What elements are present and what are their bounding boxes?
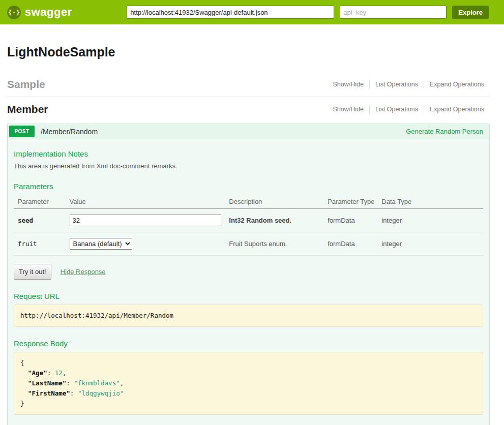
param-description: Fruit Suports enum. (225, 232, 323, 256)
parameters-table: Parameter Value Description Parameter Ty… (14, 195, 483, 256)
operation-member-random: POST /Member/Random Generate Random Pers… (7, 124, 490, 425)
implementation-notes-text: This area is generated from Xml doc-comm… (14, 162, 483, 170)
hide-response-link[interactable]: Hide Response (61, 268, 106, 276)
col-header-description: Description (225, 195, 323, 209)
api-url-input[interactable] (127, 6, 334, 19)
param-data-type: integer (377, 209, 483, 232)
link-item: List Operations (369, 80, 424, 88)
implementation-notes-title: Implementation Notes (14, 149, 483, 158)
link-item: Show/Hide (327, 80, 369, 88)
expand-operations-link[interactable]: Expand Operations (430, 106, 484, 113)
parameters-title: Parameters (14, 182, 483, 191)
expand-operations-link[interactable]: Expand Operations (430, 81, 484, 88)
param-name: seed (14, 209, 66, 232)
resource-links-sample: Show/Hide List Operations Expand Operati… (327, 80, 490, 88)
col-header-parameter-type: Parameter Type (323, 195, 377, 209)
show-hide-link[interactable]: Show/Hide (333, 106, 363, 113)
link-item: Show/Hide (327, 105, 369, 113)
col-header-value: Value (66, 195, 225, 209)
resource-title-sample[interactable]: Sample (7, 78, 45, 90)
fruit-value-select[interactable]: Banana (default) (70, 238, 132, 250)
operation-heading[interactable]: POST /Member/Random Generate Random Pers… (8, 124, 489, 139)
resource-row-sample: Sample Show/Hide List Operations Expand … (7, 74, 490, 94)
param-name: fruit (14, 232, 66, 256)
request-url-title: Request URL (14, 292, 483, 300)
api-key-input[interactable] (340, 6, 447, 19)
operation-content: Implementation Notes This area is genera… (8, 139, 489, 425)
resource-links-member: Show/Hide List Operations Expand Operati… (327, 105, 490, 113)
top-bar: {·} swagger Explore (0, 0, 504, 24)
link-item: List Operations (369, 105, 424, 113)
operation-path-link[interactable]: /Member/Random (41, 128, 98, 136)
param-type: formData (323, 232, 377, 256)
parameters-header-row: Parameter Value Description Parameter Ty… (14, 195, 483, 209)
col-header-data-type: Data Type (377, 195, 483, 209)
list-operations-link[interactable]: List Operations (375, 81, 418, 88)
param-row-seed: seed Int32 Random seed. formData integer (14, 209, 483, 232)
section-divider (7, 97, 490, 97)
list-operations-link[interactable]: List Operations (375, 106, 418, 113)
explore-button[interactable]: Explore (452, 6, 489, 19)
request-url-code: http://localhost:41932/api/Member/Random (14, 305, 483, 327)
response-body-title: Response Body (14, 339, 483, 348)
resource-row-member: Member Show/Hide List Operations Expand … (7, 99, 490, 119)
main-content: LightNodeSample Sample Show/Hide List Op… (0, 45, 504, 425)
param-row-fruit: fruit Banana (default) Fruit Suports enu… (14, 232, 483, 256)
sandbox-footer: Try it out! Hide Response (14, 264, 483, 280)
link-item: Expand Operations (424, 105, 490, 113)
param-data-type: integer (377, 232, 483, 256)
param-description: Int32 Random seed. (225, 209, 323, 232)
response-body-code: { "Age": 12, "LastName": "fknmbldavs", "… (14, 352, 483, 415)
operation-summary-link[interactable]: Generate Random Person (406, 128, 483, 135)
try-it-out-button[interactable]: Try it out! (14, 264, 51, 280)
api-explorer-form: Explore (127, 6, 489, 19)
col-header-parameter: Parameter (14, 195, 66, 209)
post-method-badge[interactable]: POST (9, 126, 35, 137)
resource-title-member[interactable]: Member (7, 103, 48, 115)
param-type: formData (323, 209, 377, 232)
seed-value-input[interactable] (70, 215, 221, 226)
logo-text: swagger (25, 6, 72, 19)
braces-icon: {·} (7, 6, 21, 19)
link-item: Expand Operations (424, 80, 490, 88)
show-hide-link[interactable]: Show/Hide (333, 81, 363, 88)
page-title: LightNodeSample (7, 45, 490, 59)
swagger-logo[interactable]: {·} swagger (7, 6, 72, 19)
